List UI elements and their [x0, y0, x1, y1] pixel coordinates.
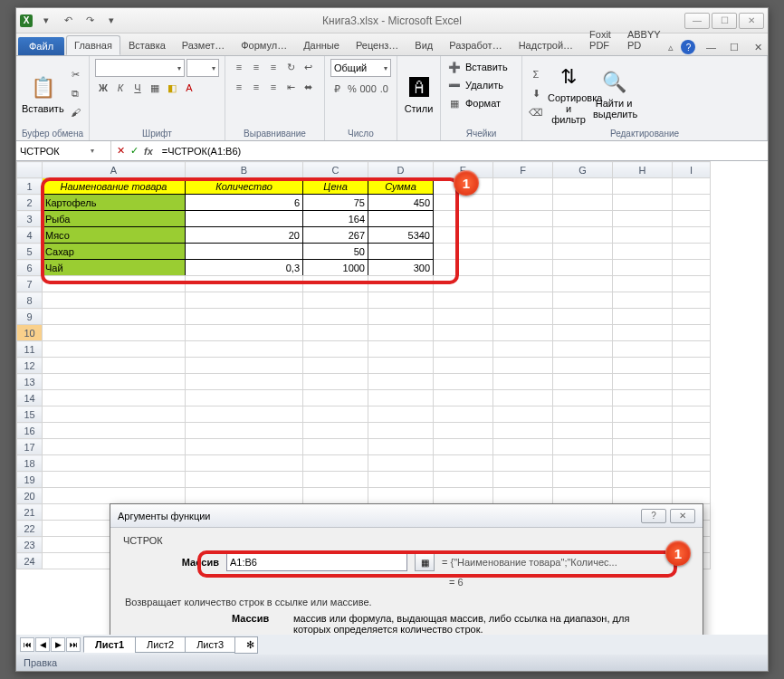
first-sheet-icon[interactable]: ⏮ — [20, 637, 34, 652]
formula-input[interactable] — [162, 146, 764, 157]
col-header[interactable]: C — [303, 162, 368, 178]
row-header[interactable]: 8 — [17, 292, 43, 309]
format-label[interactable]: Формат — [465, 98, 501, 109]
row-header[interactable]: 9 — [17, 309, 43, 325]
align-right-icon[interactable]: ≡ — [265, 79, 282, 95]
col-header[interactable]: G — [553, 162, 613, 178]
indent-dec-icon[interactable]: ⇤ — [282, 79, 299, 95]
align-left-icon[interactable]: ≡ — [231, 79, 247, 95]
prev-sheet-icon[interactable]: ◀ — [35, 637, 50, 652]
autosum-icon[interactable]: Σ — [528, 66, 544, 82]
range-picker-button[interactable]: ▦ — [415, 553, 435, 571]
orientation-icon[interactable]: ↻ — [282, 59, 299, 75]
ribbon-min-icon[interactable]: ▵ — [668, 42, 674, 53]
row-header[interactable]: 13 — [17, 374, 43, 390]
row-header[interactable]: 14 — [17, 390, 43, 406]
tab-data[interactable]: Данные — [295, 35, 348, 55]
tab-home[interactable]: Главная — [66, 35, 120, 55]
find-select-button[interactable]: 🔍Найти и выделить — [593, 67, 635, 120]
italic-icon[interactable]: К — [112, 80, 129, 96]
array-input[interactable] — [230, 557, 404, 568]
maximize-button[interactable]: ☐ — [712, 13, 737, 29]
paste-button[interactable]: 📋 Вставить — [22, 72, 63, 114]
row-header[interactable]: 16 — [17, 423, 43, 439]
col-header[interactable]: E — [434, 162, 493, 178]
insert-icon[interactable]: ➕ — [446, 59, 463, 75]
number-format-combo[interactable]: Общий▾ — [330, 59, 391, 77]
percent-icon[interactable]: % — [345, 81, 359, 97]
col-header[interactable]: I — [673, 162, 711, 178]
col-header[interactable]: H — [613, 162, 673, 178]
cancel-formula-icon[interactable]: ✕ — [117, 145, 125, 157]
delete-label[interactable]: Удалить — [465, 80, 503, 91]
sheet-tab[interactable]: Лист1 — [83, 636, 136, 653]
fill-down-icon[interactable]: ⬇ — [528, 85, 544, 101]
qat-more-icon[interactable]: ▾ — [103, 13, 120, 29]
tab-layout[interactable]: Размет… — [174, 35, 233, 55]
format-painter-icon[interactable]: 🖌 — [67, 104, 83, 120]
accept-formula-icon[interactable]: ✓ — [130, 145, 139, 157]
align-center-icon[interactable]: ≡ — [248, 79, 264, 95]
select-all[interactable] — [17, 162, 43, 178]
doc-close-icon[interactable]: ✕ — [750, 39, 766, 55]
styles-button[interactable]: 🅰Стили — [403, 72, 435, 114]
qat-redo-icon[interactable]: ↷ — [81, 13, 98, 29]
tab-foxit[interactable]: Foxit PDF — [581, 24, 619, 55]
bold-icon[interactable]: Ж — [95, 80, 111, 96]
doc-max-icon[interactable]: ☐ — [726, 39, 742, 55]
align-bot-icon[interactable]: ≡ — [265, 59, 282, 75]
col-header[interactable]: F — [493, 162, 553, 178]
close-button[interactable]: ✕ — [739, 13, 764, 29]
row-header[interactable]: 15 — [17, 406, 43, 423]
name-box-dd-icon[interactable]: ▾ — [91, 147, 94, 155]
font-size-combo[interactable]: ▾ — [186, 59, 219, 77]
last-sheet-icon[interactable]: ⏭ — [66, 637, 81, 652]
tab-developer[interactable]: Разработ… — [441, 35, 510, 55]
tab-view[interactable]: Вид — [406, 35, 441, 55]
col-header[interactable]: D — [368, 162, 434, 178]
tab-addins[interactable]: Надстрой… — [511, 35, 581, 55]
new-sheet-button[interactable]: ✻ — [234, 636, 258, 654]
clear-icon[interactable]: ⌫ — [528, 104, 544, 120]
file-tab[interactable]: Файл — [18, 37, 64, 55]
border-icon[interactable]: ▦ — [147, 80, 163, 96]
column-headers[interactable]: A B C D E F G H I — [17, 162, 711, 178]
align-mid-icon[interactable]: ≡ — [248, 59, 264, 75]
tab-insert[interactable]: Вставка — [120, 35, 174, 55]
currency-icon[interactable]: ₽ — [330, 81, 344, 97]
dialog-help-button[interactable]: ? — [641, 509, 666, 523]
name-box-input[interactable] — [20, 146, 91, 157]
qat-save-icon[interactable]: ▾ — [38, 13, 54, 29]
row-header[interactable]: 12 — [17, 358, 43, 374]
thousands-icon[interactable]: 000 — [360, 81, 377, 97]
dialog-titlebar[interactable]: Аргументы функции ? ✕ — [110, 504, 703, 528]
grid[interactable]: A B C D E F G H I 1 Наименование товара … — [16, 161, 711, 276]
underline-icon[interactable]: Ч — [129, 80, 146, 96]
sheet-tab[interactable]: Лист3 — [185, 636, 235, 653]
dec-inc-icon[interactable]: .0 — [378, 81, 391, 97]
row-header[interactable]: 19 — [17, 472, 43, 488]
name-box[interactable]: ▾ — [16, 141, 111, 160]
row-header[interactable]: 23 — [17, 537, 43, 553]
cut-icon[interactable]: ✂ — [67, 66, 83, 82]
fill-icon[interactable]: ◧ — [164, 80, 180, 96]
row-header[interactable]: 17 — [17, 439, 43, 455]
copy-icon[interactable]: ⧉ — [67, 85, 83, 101]
col-header[interactable]: B — [186, 162, 303, 178]
delete-icon[interactable]: ➖ — [446, 77, 463, 93]
wrap-icon[interactable]: ↩ — [300, 59, 316, 75]
row-header[interactable]: 22 — [17, 521, 43, 537]
doc-min-icon[interactable]: — — [703, 39, 719, 55]
row-header[interactable]: 18 — [17, 455, 43, 472]
row-header[interactable]: 21 — [17, 504, 43, 521]
tab-formulas[interactable]: Формул… — [233, 35, 295, 55]
dialog-close-button[interactable]: ✕ — [670, 509, 695, 523]
format-icon[interactable]: ▦ — [446, 95, 463, 111]
tab-review[interactable]: Реценз… — [348, 35, 406, 55]
minimize-button[interactable]: — — [684, 13, 710, 29]
qat-undo-icon[interactable]: ↶ — [60, 13, 76, 29]
row-header[interactable]: 20 — [17, 488, 43, 504]
fx-icon[interactable]: fx — [144, 146, 153, 157]
col-header[interactable]: A — [43, 162, 186, 178]
font-name-combo[interactable]: ▾ — [95, 59, 185, 77]
